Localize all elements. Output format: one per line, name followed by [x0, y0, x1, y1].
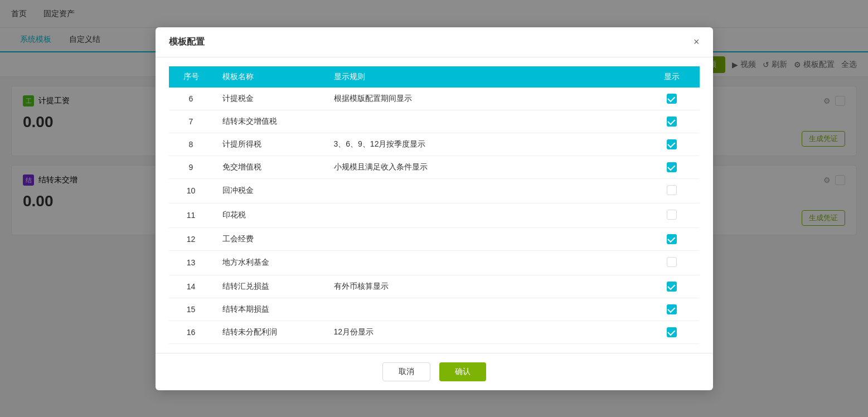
checkbox-9[interactable]	[667, 162, 677, 172]
cell-check	[644, 133, 700, 156]
table-row: 11印花税	[169, 203, 700, 227]
checkbox-10[interactable]	[667, 185, 677, 195]
modal-overlay: 模板配置 × 序号 模板名称 显示规则 显示 6计提税金根据模版配置期间显示7结…	[0, 0, 868, 417]
table-row: 8计提所得税3、6、9、12月按季度显示	[169, 133, 700, 156]
table-row: 15结转本期损益	[169, 298, 700, 321]
table-row: 10回冲税金	[169, 178, 700, 203]
cell-rule: 12月份显示	[325, 321, 644, 343]
checkbox-13[interactable]	[667, 257, 677, 267]
cell-name: 免交增值税	[214, 156, 325, 178]
cell-rule: 小规模且满足收入条件显示	[325, 156, 644, 178]
checkbox-16[interactable]	[667, 327, 677, 337]
cell-check	[644, 88, 700, 110]
checkbox-15[interactable]	[667, 304, 677, 314]
cell-name: 结转未交增值税	[214, 110, 325, 133]
cell-id: 16	[169, 321, 214, 343]
cell-id: 15	[169, 298, 214, 321]
cell-id: 6	[169, 88, 214, 110]
th-rule: 显示规则	[325, 66, 644, 88]
template-config-modal: 模板配置 × 序号 模板名称 显示规则 显示 6计提税金根据模版配置期间显示7结…	[156, 27, 713, 390]
cell-name: 计提所得税	[214, 133, 325, 156]
checkbox-6[interactable]	[667, 94, 677, 104]
cell-name: 印花税	[214, 203, 325, 227]
th-index: 序号	[169, 66, 214, 88]
cell-rule	[325, 110, 644, 133]
table-row: 16结转未分配利润12月份显示	[169, 321, 700, 343]
cell-name: 结转汇兑损益	[214, 275, 325, 298]
cell-name: 结转本期损益	[214, 298, 325, 321]
table-row: 12工会经费	[169, 227, 700, 250]
th-name: 模板名称	[214, 66, 325, 88]
config-table: 序号 模板名称 显示规则 显示 6计提税金根据模版配置期间显示7结转未交增值税8…	[169, 66, 700, 344]
table-body: 6计提税金根据模版配置期间显示7结转未交增值税8计提所得税3、6、9、12月按季…	[169, 88, 700, 344]
checkbox-7[interactable]	[667, 117, 677, 127]
confirm-button[interactable]: 确认	[439, 362, 486, 381]
cell-id: 8	[169, 133, 214, 156]
cell-rule	[325, 203, 644, 227]
checkbox-8[interactable]	[667, 139, 677, 149]
cell-rule	[325, 298, 644, 321]
table-row: 6计提税金根据模版配置期间显示	[169, 88, 700, 110]
modal-body: 序号 模板名称 显示规则 显示 6计提税金根据模版配置期间显示7结转未交增值税8…	[156, 57, 713, 353]
cancel-button[interactable]: 取消	[382, 362, 430, 381]
cell-rule	[325, 227, 644, 250]
cell-name: 回冲税金	[214, 178, 325, 203]
checkbox-12[interactable]	[667, 234, 677, 244]
cell-rule	[325, 178, 644, 203]
modal-footer: 取消 确认	[156, 353, 713, 390]
table-row: 14结转汇兑损益有外币核算显示	[169, 275, 700, 298]
cell-id: 7	[169, 110, 214, 133]
checkbox-11[interactable]	[667, 210, 677, 220]
cell-check	[644, 178, 700, 203]
cell-id: 12	[169, 227, 214, 250]
cell-id: 13	[169, 250, 214, 275]
table-head: 序号 模板名称 显示规则 显示	[169, 66, 700, 88]
th-display: 显示	[644, 66, 700, 88]
cell-id: 11	[169, 203, 214, 227]
cell-name: 计提税金	[214, 88, 325, 110]
modal-title: 模板配置	[169, 36, 205, 48]
cell-check	[644, 250, 700, 275]
cell-check	[644, 156, 700, 178]
cell-name: 结转未分配利润	[214, 321, 325, 343]
cell-check	[644, 321, 700, 343]
cell-check	[644, 203, 700, 227]
cell-rule: 有外币核算显示	[325, 275, 644, 298]
table-row: 9免交增值税小规模且满足收入条件显示	[169, 156, 700, 178]
checkbox-14[interactable]	[667, 282, 677, 292]
cell-id: 9	[169, 156, 214, 178]
table-row: 7结转未交增值税	[169, 110, 700, 133]
cell-rule: 3、6、9、12月按季度显示	[325, 133, 644, 156]
cell-rule: 根据模版配置期间显示	[325, 88, 644, 110]
cell-name: 地方水利基金	[214, 250, 325, 275]
modal-header: 模板配置 ×	[156, 27, 713, 57]
cell-check	[644, 298, 700, 321]
cell-check	[644, 275, 700, 298]
cell-id: 10	[169, 178, 214, 203]
table-row: 13地方水利基金	[169, 250, 700, 275]
cell-rule	[325, 250, 644, 275]
cell-check	[644, 110, 700, 133]
cell-name: 工会经费	[214, 227, 325, 250]
modal-close-button[interactable]: ×	[694, 37, 700, 47]
cell-id: 14	[169, 275, 214, 298]
cell-check	[644, 227, 700, 250]
